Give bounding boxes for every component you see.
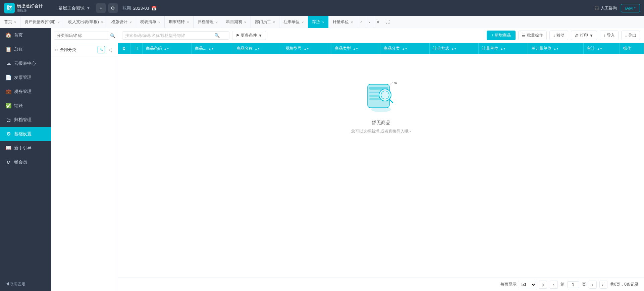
sidebar-item-invoice[interactable]: 📄 发票管理: [0, 70, 51, 85]
sort-icon: ▲▼: [164, 47, 169, 50]
sidebar-item-ledger[interactable]: 📋 总账: [0, 42, 51, 56]
category-search-input[interactable]: [54, 32, 110, 40]
th-checkbox[interactable]: ☐: [130, 43, 142, 54]
svg-rect-5: [369, 98, 381, 100]
tab-close-icon[interactable]: ×: [187, 20, 189, 24]
tax-icon: 💼: [5, 89, 11, 95]
product-table: ⚙ ☐ 商品条码 ▲▼ 商品... ▲▼: [118, 43, 644, 54]
sidebar-item-reports[interactable]: ☁ 云报表中心: [0, 56, 51, 70]
sort-icon: ▲▼: [451, 47, 457, 50]
tab-tax-list[interactable]: 税表清单 ×: [136, 16, 165, 28]
page-number-input[interactable]: [567, 281, 579, 288]
sidebar-item-archive[interactable]: 🗂 归档管理: [0, 113, 51, 127]
last-page-button[interactable]: ›|: [599, 281, 607, 289]
tab-department[interactable]: 部门员工 ×: [251, 16, 279, 28]
export-button[interactable]: ↓ 导出: [621, 31, 640, 40]
tab-close-icon[interactable]: ×: [273, 20, 275, 24]
tab-expand-button[interactable]: ⛶: [383, 16, 392, 28]
category-header: ⠿ 全部分类 ✎ ◁: [51, 43, 118, 56]
tab-inventory[interactable]: 存货 ×: [308, 16, 328, 28]
th-main-unit[interactable]: 主计量单位 ▲▼: [528, 43, 583, 54]
tab-bar: 首页 × 资产负债表(中期) × 收入支出表(年报) × 模版设计 × 税表清单…: [0, 16, 644, 28]
tab-income[interactable]: 收入支出表(年报) ×: [64, 16, 107, 28]
tab-close-icon[interactable]: ×: [322, 20, 324, 24]
first-page-button[interactable]: |‹: [539, 281, 547, 289]
th-settings[interactable]: ⚙: [118, 43, 130, 54]
sidebar-item-guide[interactable]: 📖 新手引导: [0, 141, 51, 155]
tab-close-icon[interactable]: ×: [101, 20, 103, 24]
tab-close-icon[interactable]: ×: [351, 20, 353, 24]
guide-icon: 📖: [5, 145, 11, 151]
tab-prev-button[interactable]: ‹: [357, 16, 365, 28]
th-main-count[interactable]: 主计 ▲▼: [583, 43, 620, 54]
tab-close-all-button[interactable]: ×: [373, 16, 383, 28]
content-wrapper: 🔍 ⠿ 全部分类 ✎ ◁ 🔍: [51, 28, 644, 291]
logo-icon: 财: [4, 3, 15, 13]
collapse-panel-button[interactable]: ◁: [106, 46, 114, 53]
th-barcode[interactable]: 商品条码 ▲▼: [142, 43, 191, 54]
tab-close-icon[interactable]: ×: [129, 20, 131, 24]
print-arrow-icon: ▼: [589, 33, 593, 38]
th-category[interactable]: 商品分类 ▲▼: [380, 43, 429, 54]
more-filter-button[interactable]: ⚑ 更多条件 ▼: [232, 31, 266, 40]
add-product-button[interactable]: + 新增商品: [487, 31, 516, 40]
search-icon[interactable]: 🔍: [214, 33, 220, 38]
sidebar-item-settings[interactable]: ⚙ 基础设置: [0, 127, 51, 141]
tab-balance-sheet[interactable]: 资产负债表(中期) ×: [20, 16, 64, 28]
add-category-button[interactable]: ✎: [98, 46, 105, 53]
sort-icon: ▲▼: [255, 47, 260, 50]
sort-icon: ▲▼: [304, 47, 309, 50]
tab-close-icon[interactable]: ×: [14, 20, 16, 24]
move-button[interactable]: ↕ 移动: [549, 31, 568, 40]
sidebar: 🏠 首页 📋 总账 ☁ 云报表中心 📄 发票管理 💼 税务管理 ✅ 结账 🗂 归…: [0, 28, 51, 291]
account-button[interactable]: iAM *: [621, 4, 640, 12]
tab-close-icon[interactable]: ×: [244, 20, 246, 24]
sidebar-item-home[interactable]: 🏠 首页: [0, 28, 51, 42]
top-header: 财 畅捷通好会计 旗舰版 基层工会测试 ▼ + ⚙ 账期 2023-03 📅 🎧…: [0, 0, 644, 16]
content-panel: 🔍 ⠿ 全部分类 ✎ ◁ 🔍: [51, 28, 644, 291]
tab-contacts[interactable]: 往来单位 ×: [279, 16, 308, 28]
calendar-icon[interactable]: 📅: [151, 6, 157, 11]
add-company-button[interactable]: +: [96, 3, 106, 13]
tab-close-icon[interactable]: ×: [57, 20, 59, 24]
customer-service-button[interactable]: 🎧 人工咨询: [594, 5, 617, 11]
sidebar-item-close[interactable]: ✅ 结账: [0, 99, 51, 113]
sidebar-unpin-button[interactable]: ◀取消固定: [0, 277, 51, 291]
logo-area: 财 畅捷通好会计 旗舰版: [4, 3, 55, 13]
settings-icon[interactable]: ⚙: [108, 3, 118, 13]
tab-next-button[interactable]: ›: [365, 16, 373, 28]
sidebar-item-vip[interactable]: V 畅会员: [0, 155, 51, 169]
left-category-panel: 🔍 ⠿ 全部分类 ✎ ◁: [51, 28, 118, 291]
batch-operation-button[interactable]: ☰ 批量操作: [518, 31, 547, 40]
category-search-button[interactable]: 🔍: [110, 31, 115, 40]
th-price-method[interactable]: 计价方式 ▲▼: [429, 43, 478, 54]
product-search-input[interactable]: [125, 33, 212, 38]
th-name[interactable]: 商品名称 ▲▼: [233, 43, 282, 54]
tab-subject-init[interactable]: 科目期初 ×: [222, 16, 251, 28]
tab-home[interactable]: 首页 ×: [0, 16, 20, 28]
sidebar-item-tax[interactable]: 💼 税务管理: [0, 85, 51, 99]
import-button[interactable]: ↑ 导入: [600, 31, 619, 40]
tab-close-icon[interactable]: ×: [216, 20, 218, 24]
filter-icon: ⚑: [236, 33, 239, 38]
tab-close-icon[interactable]: ×: [302, 20, 304, 24]
tab-close-icon[interactable]: ×: [158, 20, 160, 24]
company-selector[interactable]: 基层工会测试 ▼: [58, 5, 90, 11]
print-button[interactable]: 🖨 打印 ▼: [571, 31, 597, 40]
tab-unit[interactable]: 计量单位 ×: [329, 16, 357, 28]
prev-page-button[interactable]: ‹: [550, 281, 558, 289]
th-type[interactable]: 商品类型 ▲▼: [331, 43, 380, 54]
th-code[interactable]: 商品... ▲▼: [191, 43, 233, 54]
page-size-select[interactable]: 50 100 200: [518, 281, 536, 288]
next-page-button[interactable]: ›: [589, 281, 597, 289]
th-spec[interactable]: 规格型号 ▲▼: [282, 43, 331, 54]
th-unit[interactable]: 计量单位 ▲▼: [479, 43, 528, 54]
th-actions: 操作: [620, 43, 644, 54]
tab-period-close[interactable]: 期末结转 ×: [165, 16, 193, 28]
tab-archive[interactable]: 归档管理 ×: [194, 16, 222, 28]
invoice-icon: 📄: [5, 75, 11, 81]
grid-icon: ⠿: [55, 47, 58, 52]
tab-template[interactable]: 模版设计 ×: [107, 16, 136, 28]
export-icon: ↓: [625, 33, 627, 38]
sort-icon: ▲▼: [500, 47, 506, 50]
